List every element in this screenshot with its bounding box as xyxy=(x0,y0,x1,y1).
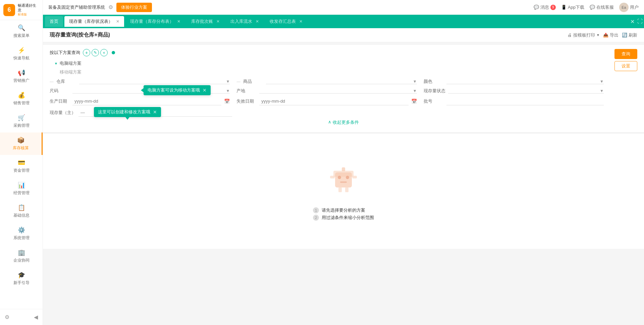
filter-item-warehouse: ··· 仓库 ▼ xyxy=(50,78,230,85)
sales-icon: 💰 xyxy=(18,92,25,99)
sidebar-item-inventory[interactable]: 📦 库存核算 xyxy=(0,132,43,155)
filter-item-expire-date: 失效日期 📅 xyxy=(236,97,417,105)
sidebar-item-enterprise[interactable]: 🏢 企业协同 xyxy=(0,245,43,267)
tab-recv-summary-close[interactable]: ✕ xyxy=(299,19,303,24)
batch-no-input[interactable] xyxy=(446,97,604,105)
connector-dot xyxy=(112,51,115,54)
filter-item-status: 现存量状态 ▼ xyxy=(424,88,604,94)
color-input[interactable] xyxy=(446,79,600,84)
sidebar-item-quick-nav[interactable]: ⚡ 快速导航 xyxy=(0,43,43,65)
sidebar-logo: 6 畅通通好生意 标准版 xyxy=(0,0,43,20)
tooltip-pc-scheme: 电脑方案可设为移动方案哦 ✕ xyxy=(144,85,211,95)
tab-batch-account-close[interactable]: ✕ xyxy=(216,19,220,24)
svg-point-2 xyxy=(338,176,341,179)
sidebar-item-label: 基础信息 xyxy=(13,213,30,218)
sidebar-item-label: 采购管理 xyxy=(13,123,30,128)
refresh-btn[interactable]: 🔄 刷新 xyxy=(622,32,637,38)
sidebar-item-label: 营销推广 xyxy=(13,78,30,84)
tab-inventory-dist[interactable]: 现存量（库存分布表） ✕ xyxy=(125,16,185,27)
user-item[interactable]: Ea 用户 xyxy=(619,3,639,12)
empty-step-2: 2 用过滤条件来缩小分析范围 xyxy=(313,215,374,221)
qty-main-label: 现存量（主） xyxy=(50,110,76,116)
tooltip2-arrow xyxy=(125,117,129,120)
industry-btn[interactable]: 体验行业方案 xyxy=(116,3,152,12)
collapse-row[interactable]: ∧ 收起更多条件 xyxy=(50,117,637,128)
notification-icon: 💬 xyxy=(534,5,539,10)
expire-date-input[interactable] xyxy=(259,97,408,105)
export-btn[interactable]: 📤 导出 xyxy=(603,32,619,38)
scheme-mobile[interactable]: 移动端方案 xyxy=(60,69,637,75)
sidebar-item-label: 快速导航 xyxy=(13,55,30,61)
sidebar-item-operation[interactable]: 📊 经营管理 xyxy=(0,177,43,200)
produce-date-input[interactable] xyxy=(72,97,221,105)
size-arrow: ▼ xyxy=(226,89,230,93)
tab-inventory-status-close[interactable]: ✕ xyxy=(116,19,119,24)
sidebar-item-label: 系统管理 xyxy=(13,235,30,241)
collapse-label: 收起更多条件 xyxy=(333,119,359,125)
produce-date-calendar-icon[interactable]: 📅 xyxy=(224,99,230,104)
topbar: 装备及固定资产辅助管理系统 ⚙ 体验行业方案 💬 消息 9 📱 App下载 💬 … xyxy=(43,0,644,15)
tab-recv-summary[interactable]: 收发存汇总表 ✕ xyxy=(265,16,307,27)
tabbar-right: ✕ ⛶ xyxy=(630,18,643,25)
reset-button[interactable]: 设置 xyxy=(614,61,637,71)
product-dots[interactable]: ··· xyxy=(236,79,240,84)
online-support-item[interactable]: 💬 在线客服 xyxy=(590,4,614,10)
svg-rect-6 xyxy=(330,176,335,178)
app-download-item[interactable]: 📱 App下载 xyxy=(561,4,584,10)
origin-input[interactable] xyxy=(259,88,413,93)
empty-step-1: 1 请先选择要分析的方案 xyxy=(313,207,374,213)
warehouse-input[interactable] xyxy=(79,79,226,84)
warehouse-dots[interactable]: ··· xyxy=(50,79,54,84)
app-icon: 📱 xyxy=(561,5,567,10)
sidebar-item-label: 销售管理 xyxy=(13,100,30,106)
tooltip-close[interactable]: ✕ xyxy=(203,88,207,93)
svg-rect-1 xyxy=(333,171,354,177)
scheme-pc[interactable]: ▼ 电脑端方案 xyxy=(54,60,637,66)
sidebar-item-purchase[interactable]: 🛒 采购管理 xyxy=(0,110,43,132)
search-button[interactable]: 查询 xyxy=(614,49,637,59)
warehouse-arrow: ▼ xyxy=(226,79,230,84)
notification-label: 消息 xyxy=(540,4,549,10)
product-arrow: ▼ xyxy=(413,79,417,84)
expand-icon[interactable]: ⛶ xyxy=(637,18,643,24)
app-label: App下载 xyxy=(568,4,584,10)
tooltip2-close[interactable]: ✕ xyxy=(153,109,157,115)
tab-inventory-status[interactable]: 现存量（库存状况表） ✕ xyxy=(64,16,124,27)
sidebar-item-system[interactable]: ⚙️ 系统管理 xyxy=(0,222,43,245)
filter-header: 按以下方案查询 + ✎ « xyxy=(50,49,637,56)
sidebar-item-finance[interactable]: 💳 资金管理 xyxy=(0,155,43,177)
tab-inout-flow[interactable]: 出入库流水 ✕ xyxy=(226,16,264,27)
back-scheme-btn[interactable]: « xyxy=(100,49,108,56)
settings-footer-icon[interactable]: ⚙ xyxy=(5,314,9,320)
close-all-icon[interactable]: ✕ xyxy=(630,18,635,25)
tab-inventory-dist-close[interactable]: ✕ xyxy=(177,19,180,24)
sidebar-item-guide[interactable]: 🎓 新手引导 xyxy=(0,267,43,290)
sidebar-item-basic[interactable]: 📋 基础信息 xyxy=(0,200,43,222)
print-template-btn[interactable]: 🖨 按模板打印 ▼ xyxy=(568,32,600,38)
edit-scheme-btn[interactable]: ✎ xyxy=(92,49,99,56)
tab-inout-flow-close[interactable]: ✕ xyxy=(256,19,259,24)
collapse-icon[interactable]: ◀ xyxy=(34,314,38,320)
tab-batch-account[interactable]: 库存批次账 ✕ xyxy=(186,16,224,27)
filter-row-2: 尺码 ▼ 产地 ▼ 现存量状态 ▼ xyxy=(50,88,604,94)
product-input[interactable] xyxy=(266,79,413,84)
add-scheme-btn[interactable]: + xyxy=(83,49,90,56)
sidebar-item-sales[interactable]: 💰 销售管理 xyxy=(0,88,43,110)
tooltip-arrow xyxy=(141,88,144,92)
sidebar-item-marketing[interactable]: 📢 营销推广 xyxy=(0,65,43,88)
scheme-pc-label: 电脑端方案 xyxy=(60,60,82,66)
batch-no-label: 批号 xyxy=(424,98,444,104)
tab-home[interactable]: 首页 xyxy=(45,16,63,27)
page-actions: 🖨 按模板打印 ▼ 📤 导出 🔄 刷新 xyxy=(568,32,637,38)
status-arrow: ▼ xyxy=(600,89,604,93)
notification-item[interactable]: 💬 消息 9 xyxy=(534,4,556,10)
expire-date-calendar-icon[interactable]: 📅 xyxy=(411,99,417,104)
step-1-text: 请先选择要分析的方案 xyxy=(322,207,365,213)
support-label: 在线客服 xyxy=(596,4,614,10)
filter-item-produce-date: 生产日期 📅 xyxy=(50,97,230,105)
step-1-num: 1 xyxy=(313,207,319,213)
sidebar-item-search[interactable]: 🔍 搜索菜单 xyxy=(0,20,43,43)
svg-rect-5 xyxy=(342,167,345,171)
sidebar-item-label: 企业协同 xyxy=(13,258,30,263)
status-input[interactable] xyxy=(448,88,600,93)
